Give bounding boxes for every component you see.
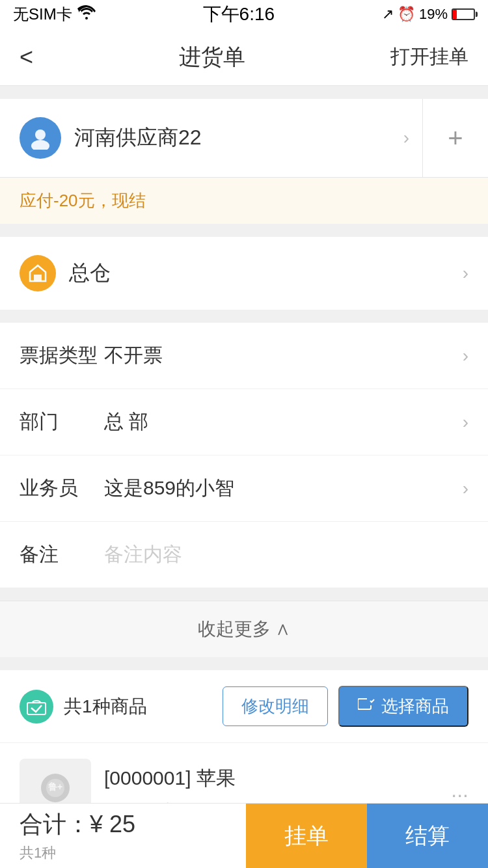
- product-name: [0000001] 苹果: [104, 765, 438, 792]
- svg-point-0: [35, 129, 46, 140]
- svg-rect-2: [34, 275, 42, 281]
- salesman-value: 这是859的小智: [104, 475, 463, 502]
- dept-chevron-icon: ›: [463, 412, 468, 433]
- select-product-label: 选择商品: [381, 695, 449, 718]
- status-time: 下午6:16: [203, 2, 275, 27]
- warehouse-name: 总仓: [69, 259, 450, 288]
- alarm-icon: ⏰: [398, 6, 415, 23]
- supplier-chevron-icon: ›: [403, 128, 409, 148]
- supplier-name: 河南供应商22: [74, 124, 390, 152]
- products-header: 共1种商品 修改明细 选择商品: [0, 670, 488, 743]
- remark-row[interactable]: 备注 备注内容: [0, 522, 488, 588]
- supplier-avatar: [20, 117, 61, 159]
- location-icon: ↗: [382, 6, 394, 23]
- status-left: 无SIM卡: [13, 4, 96, 25]
- checkout-button[interactable]: 结算: [367, 804, 488, 868]
- content: 河南供应商22 › + 应付-20元，现结 总仓 › 票据类型 不开票 › 部门: [0, 86, 488, 868]
- add-supplier-button[interactable]: +: [423, 99, 488, 177]
- total-section: 合计：¥ 25 共1种: [0, 809, 246, 863]
- form-section: 票据类型 不开票 › 部门 总 部 › 业务员 这是859的小智 › 备注 备注…: [0, 323, 488, 588]
- network-label: 无SIM卡: [13, 4, 72, 25]
- wifi-icon: [77, 5, 96, 23]
- notice-banner: 应付-20元，现结: [0, 178, 488, 224]
- salesman-row[interactable]: 业务员 这是859的小智 ›: [0, 455, 488, 522]
- svg-rect-3: [27, 703, 46, 714]
- total-main: 合计：¥ 25: [20, 809, 226, 841]
- battery-percentage: 19%: [419, 6, 448, 23]
- total-sub: 共1种: [20, 843, 226, 863]
- bill-type-chevron-icon: ›: [463, 346, 468, 366]
- dept-row[interactable]: 部门 总 部 ›: [0, 389, 488, 455]
- remark-label: 备注: [20, 541, 104, 568]
- products-count: 共1种商品: [64, 694, 212, 719]
- back-button[interactable]: <: [20, 44, 33, 71]
- svg-point-1: [31, 140, 49, 150]
- bill-type-value: 不开票: [104, 342, 463, 369]
- edit-detail-button[interactable]: 修改明细: [223, 686, 328, 726]
- supplier-row[interactable]: 河南供应商22 ›: [0, 99, 422, 177]
- warehouse-icon: [20, 255, 56, 292]
- notice-text: 应付-20元，现结: [20, 191, 146, 210]
- products-icon: [20, 690, 53, 724]
- nav-bar: < 进货单 打开挂单: [0, 29, 488, 86]
- collapse-more-button[interactable]: 收起更多 ∧: [0, 601, 488, 657]
- warehouse-chevron-icon: ›: [463, 263, 468, 284]
- bill-type-row[interactable]: 票据类型 不开票 ›: [0, 323, 488, 389]
- select-product-icon: [358, 696, 376, 716]
- bill-type-label: 票据类型: [20, 342, 104, 369]
- gap-top: [0, 86, 488, 99]
- status-right: ↗ ⏰ 19%: [382, 6, 475, 23]
- dept-value: 总 部: [104, 409, 463, 435]
- open-pending-button[interactable]: 打开挂单: [390, 44, 468, 70]
- remark-value: 备注内容: [104, 541, 468, 568]
- bottom-bar: 合计：¥ 25 共1种 挂单 结算: [0, 803, 488, 868]
- pending-button[interactable]: 挂单: [246, 804, 367, 868]
- status-bar: 无SIM卡 下午6:16 ↗ ⏰ 19%: [0, 0, 488, 29]
- svg-text:鲁+: 鲁+: [48, 781, 62, 792]
- select-product-button[interactable]: 选择商品: [338, 686, 468, 727]
- page-title: 进货单: [179, 42, 245, 72]
- salesman-label: 业务员: [20, 475, 104, 502]
- warehouse-row[interactable]: 总仓 ›: [0, 237, 488, 310]
- product-title: 苹果: [197, 767, 236, 789]
- total-amount: ¥ 25: [90, 811, 135, 837]
- supplier-section: 河南供应商22 › +: [0, 99, 488, 178]
- dept-label: 部门: [20, 409, 104, 435]
- salesman-chevron-icon: ›: [463, 478, 468, 499]
- battery-icon: [452, 8, 475, 20]
- product-code: [0000001]: [104, 767, 191, 789]
- total-label: 合计：: [20, 811, 90, 837]
